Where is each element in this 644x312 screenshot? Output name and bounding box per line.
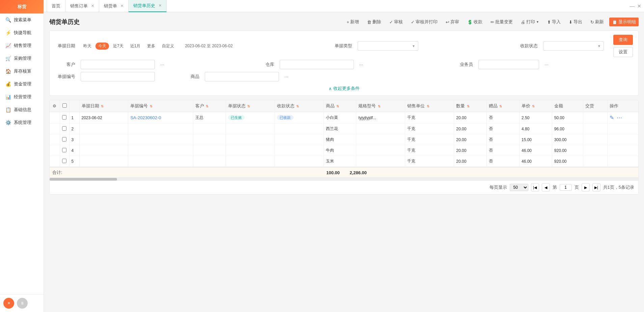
row-checkbox[interactable] xyxy=(62,148,66,152)
tab-sales-history-close[interactable]: ✕ xyxy=(159,3,162,8)
cell-rownum: 2 xyxy=(69,124,79,134)
doc-type-select[interactable]: ▼ xyxy=(358,41,418,51)
salesperson-ellipsis[interactable]: ··· xyxy=(544,62,549,67)
tab-sales-history[interactable]: 销货单历史 ✕ xyxy=(129,0,167,12)
date-chip-7days[interactable]: 近7天 xyxy=(110,43,126,50)
export-button[interactable]: ⬇ 导出 xyxy=(566,18,585,26)
cell-checkbox[interactable] xyxy=(60,156,69,167)
page-first-button[interactable]: |◀ xyxy=(531,183,539,191)
cell-checkbox[interactable] xyxy=(60,145,69,156)
scroll-thumb[interactable] xyxy=(50,178,117,181)
sidebar-item-purchase-mgmt[interactable]: 🛒 采购管理 xyxy=(0,52,44,65)
cell-checkbox[interactable] xyxy=(60,124,69,134)
new-button[interactable]: + 新增 xyxy=(344,18,362,26)
payment-status-arrow-icon: ▼ xyxy=(597,44,601,48)
date-chip-today[interactable]: 今天 xyxy=(95,43,109,50)
sidebar-item-finance[interactable]: 💰 资金管理 xyxy=(0,78,44,90)
collect-button[interactable]: 💲 收款 xyxy=(465,18,485,26)
batch-change-button[interactable]: ✏ 批量变更 xyxy=(488,18,515,26)
tab-sales-goods[interactable]: 销货单 ✕ xyxy=(99,0,129,12)
select-all-checkbox[interactable] xyxy=(62,103,67,108)
col-checkbox[interactable] xyxy=(60,100,69,112)
sidebar-item-label: 采购管理 xyxy=(14,55,31,61)
tab-home[interactable]: 首页 xyxy=(47,0,65,12)
page-next-button[interactable]: ▶ xyxy=(582,183,590,191)
cell-checkbox[interactable] xyxy=(60,134,69,145)
sidebar-item-system-mgmt[interactable]: ⚙️ 系统管理 xyxy=(0,116,44,129)
cell-checkbox[interactable] xyxy=(60,112,69,124)
sidebar-bottom-btn1[interactable]: ☀ xyxy=(3,298,14,309)
page-prev-button[interactable]: ◀ xyxy=(542,183,550,191)
date-chip-1month[interactable]: 近1月 xyxy=(128,43,143,50)
col-customer[interactable]: 客户 ⇅ xyxy=(193,100,226,112)
col-unit-price[interactable]: 单价 ⇅ xyxy=(519,100,552,112)
tab-sales-order-close[interactable]: ✕ xyxy=(91,4,94,8)
payment-status-select[interactable]: ▼ xyxy=(543,41,604,51)
warehouse-input[interactable] xyxy=(280,60,354,69)
col-doc-no[interactable]: 单据编号 ⇅ xyxy=(128,100,193,112)
date-chip-yesterday[interactable]: 昨天 xyxy=(81,43,94,50)
row-checkbox[interactable] xyxy=(62,137,66,141)
cell-unit-price: 15.00 xyxy=(519,134,552,145)
sidebar-item-search-menu[interactable]: 🔍 搜索菜单 xyxy=(0,14,44,26)
col-doc-status[interactable]: 单据状态 ⇅ xyxy=(226,100,275,112)
doc-no-input[interactable] xyxy=(81,72,155,81)
product-ellipsis[interactable]: ··· xyxy=(284,74,288,79)
col-doc-date[interactable]: 单据日期 ⇅ xyxy=(79,100,128,112)
cell-amount: 920.00 xyxy=(552,156,583,167)
review-print-button[interactable]: ✓ 审核并打印 xyxy=(408,18,440,26)
customer-ellipsis[interactable]: ··· xyxy=(160,62,164,67)
customer-input[interactable] xyxy=(81,60,155,69)
col-product[interactable]: 商品 ⇅ xyxy=(324,100,356,112)
refresh-button[interactable]: ↻ 刷新 xyxy=(588,18,607,26)
warehouse-ellipsis[interactable]: ··· xyxy=(359,62,363,67)
page-size-label: 每页显示 xyxy=(489,184,507,190)
date-chip-custom[interactable]: 自定义 xyxy=(159,43,177,50)
sidebar-item-quick-nav[interactable]: ⚡ 快捷导航 xyxy=(0,26,44,39)
row-checkbox[interactable] xyxy=(62,126,66,131)
tab-sales-order[interactable]: 销售订单 ✕ xyxy=(65,0,99,12)
batch-change-label: 批量变更 xyxy=(495,19,513,25)
tab-close-all-icon[interactable]: ✕ xyxy=(637,3,641,9)
row-checkbox[interactable] xyxy=(62,115,66,120)
query-button[interactable]: 查询 xyxy=(613,35,633,45)
page-last-button[interactable]: ▶| xyxy=(592,183,600,191)
col-spec[interactable]: 规格型号 ⇅ xyxy=(356,100,405,112)
cell-doc-no[interactable]: SA-20230602-0 xyxy=(128,112,193,124)
cell-trade xyxy=(583,134,607,145)
sidebar-item-sales-mgmt[interactable]: 📈 销售管理 xyxy=(0,39,44,52)
sidebar-item-basic-info[interactable]: 📋 基础信息 xyxy=(0,103,44,116)
page-number-input[interactable] xyxy=(560,184,572,191)
collapse-button[interactable]: ∧ 收起更多条件 xyxy=(55,84,633,92)
print-button[interactable]: 🖨 打印 ▼ xyxy=(518,18,542,26)
col-amount: 金额 xyxy=(552,100,583,112)
sidebar-item-operations[interactable]: 📊 经营管理 xyxy=(0,90,44,103)
salesperson-input[interactable] xyxy=(478,60,539,69)
abandon-button[interactable]: ↩ 弃审 xyxy=(443,18,462,26)
page-size-select[interactable]: 50 10 20 100 xyxy=(510,184,528,191)
import-button[interactable]: ⬆ 导入 xyxy=(544,18,563,26)
more-icon[interactable]: ⋯ xyxy=(617,114,622,121)
doc-no-link[interactable]: SA-20230602-0 xyxy=(130,115,161,120)
col-unit[interactable]: 销售单位 ⇅ xyxy=(405,100,454,112)
show-detail-button[interactable]: 📋 显示明细 xyxy=(609,18,639,26)
review-button[interactable]: ✓ 审核 xyxy=(387,18,405,26)
col-gift[interactable]: 赠品 ⇅ xyxy=(487,100,520,112)
edit-icon[interactable]: ✎ xyxy=(610,114,614,121)
tab-sales-goods-close[interactable]: ✕ xyxy=(120,4,123,8)
date-chip-more[interactable]: 更多 xyxy=(144,43,158,50)
horizontal-scrollbar[interactable] xyxy=(50,178,638,180)
sidebar-item-inventory[interactable]: 🏠 库存核算 xyxy=(0,65,44,78)
col-payment-status[interactable]: 收款状态 ⇅ xyxy=(275,100,324,112)
col-gear[interactable]: ⚙ xyxy=(50,100,60,112)
settings-button[interactable]: 设置 xyxy=(613,47,633,57)
product-input[interactable] xyxy=(205,72,279,81)
sidebar-bottom-btn2[interactable]: ⏸ xyxy=(17,298,28,309)
cell-unit-price: 46.00 xyxy=(519,145,552,156)
col-qty[interactable]: 数量 ⇅ xyxy=(454,100,487,112)
cell-qty: 20.00 xyxy=(454,112,487,124)
cell-customer xyxy=(193,156,226,167)
delete-button[interactable]: 🗑 删除 xyxy=(364,18,384,26)
row-checkbox[interactable] xyxy=(62,159,66,163)
tab-minimize-icon[interactable]: — xyxy=(630,3,635,9)
